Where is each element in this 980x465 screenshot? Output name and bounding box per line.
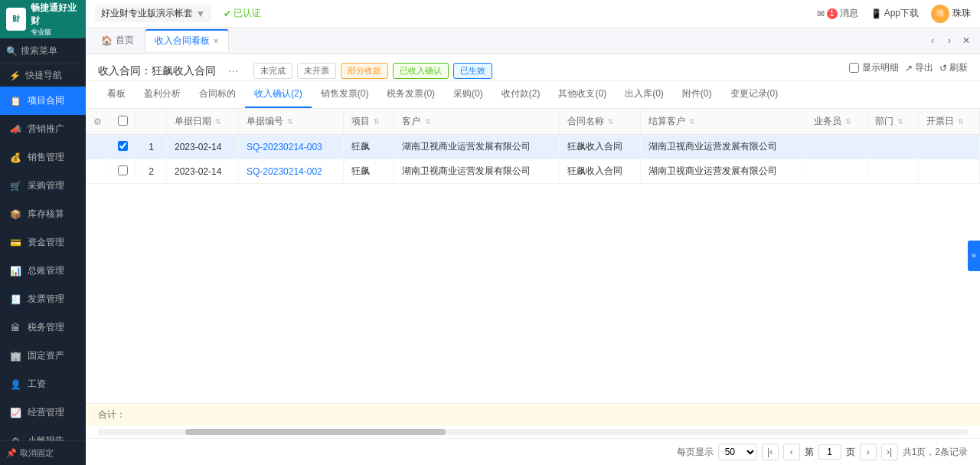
sidebar-item-general[interactable]: 📊 总账管理 [0, 257, 86, 285]
sort-sales-icon[interactable]: ⇅ [845, 118, 851, 126]
sub-tab-purchase[interactable]: 采购(0) [444, 81, 492, 108]
tab-income-contract[interactable]: 收入合同看板 ✕ [145, 29, 229, 51]
sidebar-item-hr[interactable]: 👤 工资 [0, 370, 86, 398]
col-header-gear[interactable]: ⚙ [86, 109, 110, 135]
sidebar-item-mgmt[interactable]: 📈 经营管理 [0, 398, 86, 427]
sidebar-item-fixed[interactable]: 🏢 固定资产 [0, 342, 86, 370]
sidebar-item-tax[interactable]: 🏛 税务管理 [0, 313, 86, 342]
sort-settle-icon[interactable]: ⇅ [689, 118, 695, 126]
row-project: 狂飙 [343, 159, 394, 184]
page-input[interactable] [818, 444, 841, 460]
export-button[interactable]: ↗ 导出 [905, 61, 933, 74]
last-page-button[interactable]: ›| [881, 444, 898, 460]
first-page-button[interactable]: |‹ [762, 444, 779, 460]
order-link[interactable]: SQ-20230214-002 [247, 166, 322, 177]
row-checkbox-cell[interactable] [110, 135, 136, 159]
sidebar-item-project[interactable]: 📋 项目合同 [0, 87, 86, 115]
row-checkbox[interactable] [118, 141, 128, 151]
sort-number-icon[interactable]: ⇅ [287, 118, 293, 126]
sidebar-item-marketing[interactable]: 📣 营销推广 [0, 115, 86, 143]
status-not-invoiced[interactable]: 未开票 [297, 63, 336, 79]
prev-tab-button[interactable]: ‹ [925, 33, 940, 48]
company-selector[interactable]: 好业财专业版演示帐套 ▼ [95, 5, 211, 22]
user-area[interactable]: 珠 珠珠 [931, 5, 971, 23]
next-page-button[interactable]: › [860, 444, 877, 460]
row-customer: 湖南卫视商业运营发展有限公司 [394, 159, 560, 184]
scroll-thumb[interactable] [185, 429, 446, 435]
sort-contract-icon[interactable]: ⇅ [608, 118, 614, 126]
sub-tab-other-income[interactable]: 其他收支(0) [549, 81, 616, 108]
inventory-icon: 📦 [9, 208, 21, 221]
sidebar-item-purchase[interactable]: 🛒 采购管理 [0, 172, 86, 200]
col-header-date[interactable]: 单据日期 ⇅ [167, 109, 239, 135]
select-all-checkbox[interactable] [118, 116, 128, 126]
app-download-button[interactable]: 📱 App下载 [871, 7, 919, 20]
message-icon: ✉ [817, 8, 825, 19]
col-header-project[interactable]: 项目 ⇅ [343, 109, 394, 135]
col-header-contract[interactable]: 合同名称 ⇅ [559, 109, 640, 135]
row-open-date [918, 159, 979, 184]
col-header-number[interactable]: 单据编号 ⇅ [239, 109, 344, 135]
sidebar-item-funds[interactable]: 💳 资金管理 [0, 228, 86, 257]
sub-tab-revenue-confirm[interactable]: 收入确认(2) [245, 81, 312, 108]
app-logo: 财 畅捷通好业财 专业版 [0, 0, 86, 38]
close-tab-button[interactable]: ✕ [959, 33, 974, 48]
unpin-button[interactable]: 📌 取消固定 [0, 440, 86, 465]
pin-icon: 📌 [6, 448, 17, 458]
purchase-icon: 🛒 [9, 180, 21, 192]
sort-customer-icon[interactable]: ⇅ [425, 118, 431, 126]
col-header-salesperson[interactable]: 业务员 ⇅ [805, 109, 867, 135]
col-header-settle-customer[interactable]: 结算客户 ⇅ [641, 109, 806, 135]
status-not-complete[interactable]: 未完成 [253, 63, 292, 79]
sort-project-icon[interactable]: ⇅ [374, 118, 380, 126]
row-number[interactable]: SQ-20230214-002 [239, 159, 344, 184]
col-header-check[interactable] [110, 109, 136, 135]
dropdown-icon: ▼ [196, 8, 205, 19]
row-checkbox[interactable] [118, 165, 128, 175]
refresh-button[interactable]: ↺ 刷新 [939, 61, 968, 74]
sub-tab-change-log[interactable]: 变更记录(0) [721, 81, 788, 108]
next-tab-button[interactable]: › [942, 33, 957, 48]
per-page-select[interactable]: 50 20 100 [718, 444, 757, 460]
row-checkbox-cell[interactable] [110, 159, 136, 184]
order-link[interactable]: SQ-20230214-003 [247, 142, 322, 152]
sub-tab-profit[interactable]: 盈利分析 [135, 81, 190, 108]
table-row[interactable]: 2 2023-02-14 SQ-20230214-002 狂飙 湖南卫视商业运营… [86, 159, 980, 184]
sub-tab-contract-subject[interactable]: 合同标的 [190, 81, 245, 108]
sort-date-icon[interactable]: ⇅ [215, 118, 221, 126]
sidebar-item-invoice[interactable]: 🧾 发票管理 [0, 285, 86, 313]
sub-tab-payment[interactable]: 收付款(2) [492, 81, 550, 108]
sidebar-item-report[interactable]: ⚙ 小畅报告 [0, 427, 86, 440]
status-revenue-confirmed[interactable]: 已收入确认 [393, 63, 449, 79]
tab-close-icon[interactable]: ✕ [213, 37, 219, 45]
sub-tab-sales-invoice[interactable]: 销售发票(0) [312, 81, 378, 108]
search-menu[interactable]: 🔍 搜索菜单 [0, 38, 86, 64]
show-detail-checkbox[interactable]: 显示明细 [849, 61, 899, 74]
fixed-icon: 🏢 [9, 350, 21, 362]
quick-nav[interactable]: ⚡ 快捷导航 [0, 64, 86, 87]
message-button[interactable]: ✉ 1 消息 [817, 7, 858, 20]
horizontal-scrollbar[interactable] [86, 426, 980, 438]
sub-tab-board[interactable]: 看板 [98, 81, 135, 108]
status-partial-payment[interactable]: 部分收款 [341, 63, 388, 79]
status-effective[interactable]: 已生效 [453, 63, 492, 79]
detail-checkbox-input[interactable] [849, 63, 859, 73]
sidebar-item-sales[interactable]: 💰 销售管理 [0, 143, 86, 172]
more-button[interactable]: ··· [228, 64, 238, 78]
sort-open-date-icon[interactable]: ⇅ [958, 118, 964, 126]
sort-dept-icon[interactable]: ⇅ [897, 118, 903, 126]
sub-tab-tax-invoice[interactable]: 税务发票(0) [377, 81, 444, 108]
right-panel-toggle[interactable]: ≡ [968, 241, 980, 271]
sub-tab-warehouse[interactable]: 出入库(0) [616, 81, 673, 108]
sub-tab-attachment[interactable]: 附件(0) [673, 81, 721, 108]
sub-tab-bar: 看板 盈利分析 合同标的 收入确认(2) 销售发票(0) 税务发票(0) 采购(… [86, 81, 980, 109]
row-number[interactable]: SQ-20230214-003 [239, 135, 344, 159]
tab-home[interactable]: 🏠 首页 [92, 30, 143, 51]
prev-page-button[interactable]: ‹ [783, 444, 800, 460]
col-header-open-date[interactable]: 开票日 ⇅ [918, 109, 979, 135]
sidebar-item-inventory[interactable]: 📦 库存核算 [0, 200, 86, 228]
gear-icon[interactable]: ⚙ [93, 116, 102, 127]
col-header-customer[interactable]: 客户 ⇅ [394, 109, 560, 135]
col-header-department[interactable]: 部门 ⇅ [867, 109, 919, 135]
table-row[interactable]: 1 2023-02-14 SQ-20230214-003 狂飙 湖南卫视商业运营… [86, 135, 980, 159]
